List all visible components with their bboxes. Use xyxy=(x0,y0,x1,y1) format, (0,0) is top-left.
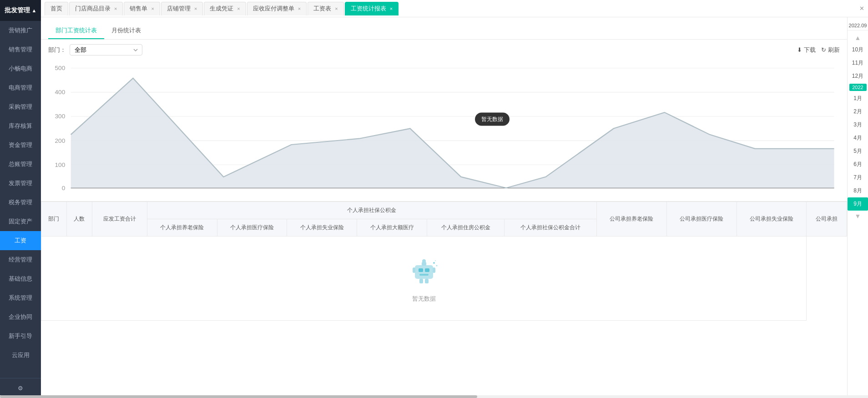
download-button[interactable]: ⬇ 下载 xyxy=(797,46,816,54)
close-all-tabs[interactable]: ✕ xyxy=(859,5,864,12)
sidebar-header[interactable]: 批发管理 ▲ xyxy=(0,0,41,21)
sidebar-item-小畅电商[interactable]: 小畅电商 xyxy=(0,59,41,78)
sidebar-item-资金管理[interactable]: 资金管理 xyxy=(0,136,41,155)
settings-icon: ⚙ xyxy=(18,385,23,392)
col-company-medical: 公司承担医疗保险 xyxy=(666,202,737,237)
month-7[interactable]: 7月 xyxy=(848,171,868,184)
scrollbar-thumb[interactable] xyxy=(41,395,477,398)
col-company-pension: 公司承担养老保险 xyxy=(596,202,666,237)
svg-text:400: 400 xyxy=(55,89,65,96)
sidebar-item-工资[interactable]: 工资 xyxy=(0,231,41,250)
tab-close-工资表[interactable]: × xyxy=(335,6,338,11)
dept-select[interactable]: 全部 xyxy=(70,44,142,55)
refresh-icon: ↻ xyxy=(821,46,826,53)
svg-rect-18 xyxy=(433,267,435,273)
svg-rect-13 xyxy=(415,265,433,279)
empty-state: 暂无数据 xyxy=(45,240,802,317)
dept-filter: 部门： 全部 xyxy=(48,44,142,55)
sidebar-item-基础信息[interactable]: 基础信息 xyxy=(0,269,41,288)
sidebar-item-云应用[interactable]: 云应用 xyxy=(0,346,41,365)
svg-marker-12 xyxy=(71,78,834,188)
col-dept: 部门 xyxy=(41,202,67,237)
col-group-personal: 个人承担社保公积金 xyxy=(147,202,596,219)
month-11[interactable]: 11月 xyxy=(848,56,868,70)
tab-bar: 首页门店商品目录×销售单×店铺管理×生成凭证×应收应付调整单×工资表×工资统计报… xyxy=(41,0,868,17)
svg-rect-17 xyxy=(413,267,415,273)
sidebar-item-电商管理[interactable]: 电商管理 xyxy=(0,78,41,97)
svg-text:0: 0 xyxy=(62,185,66,191)
month-9[interactable]: 9月 xyxy=(848,197,868,211)
download-icon: ⬇ xyxy=(797,46,802,53)
svg-point-22 xyxy=(422,259,426,263)
tab-工资统计报表[interactable]: 工资统计报表× xyxy=(345,2,399,15)
date-nav-down[interactable]: ▼ xyxy=(853,211,863,222)
sidebar-item-企业协同[interactable]: 企业协同 xyxy=(0,307,41,327)
year-badge-2022[interactable]: 2022 xyxy=(849,84,867,91)
sidebar-item-发票管理[interactable]: 发票管理 xyxy=(0,174,41,193)
sidebar-item-税务管理[interactable]: 税务管理 xyxy=(0,193,41,212)
col-personal-medical: 个人承担医疗保险 xyxy=(217,219,287,237)
sidebar-item-营销推广[interactable]: 营销推广 xyxy=(0,21,41,40)
month-4[interactable]: 4月 xyxy=(848,131,868,145)
tab-工资表[interactable]: 工资表× xyxy=(308,2,343,15)
no-data-tooltip: 暂无数据 xyxy=(475,113,510,126)
inner-tab-bar: 部门工资统计表 月份统计表 xyxy=(41,17,847,40)
sidebar-item-库存核算[interactable]: 库存核算 xyxy=(0,116,41,136)
svg-point-23 xyxy=(433,262,435,264)
date-title: 2022.09 xyxy=(848,21,868,30)
svg-text:100: 100 xyxy=(55,161,65,168)
sidebar-item-采购管理[interactable]: 采购管理 xyxy=(0,97,41,116)
tab-month-stats[interactable]: 月份统计表 xyxy=(104,23,148,39)
col-personal-serious-illness: 个人承担大额医疗 xyxy=(357,219,427,237)
tab-close-门店商品目录[interactable]: × xyxy=(114,6,117,11)
tab-dept-stats[interactable]: 部门工资统计表 xyxy=(48,23,104,39)
tab-门店商品目录[interactable]: 门店商品目录× xyxy=(69,2,123,15)
tab-close-销售单[interactable]: × xyxy=(151,6,154,11)
close-all-icon: ✕ xyxy=(859,5,864,12)
month-5[interactable]: 5月 xyxy=(848,145,868,158)
col-personal-housing: 个人承担住房公积金 xyxy=(427,219,504,237)
tab-close-应收应付调整单[interactable]: × xyxy=(298,6,301,11)
month-3[interactable]: 3月 xyxy=(848,118,868,131)
empty-text: 暂无数据 xyxy=(412,295,436,303)
month-6[interactable]: 6月 xyxy=(848,158,868,171)
tab-close-生成凭证[interactable]: × xyxy=(237,6,240,11)
tab-首页[interactable]: 首页 xyxy=(45,2,68,15)
table-wrapper[interactable]: 部门 人数 应发工资合计 个人承担社保公积金 公司承担养老保险 公司承担医疗保险… xyxy=(41,201,847,398)
month-8[interactable]: 8月 xyxy=(848,184,868,197)
svg-rect-20 xyxy=(425,279,429,283)
scrollbar-track[interactable] xyxy=(41,395,847,398)
col-headcount: 人数 xyxy=(66,202,92,237)
main-area: 首页门店商品目录×销售单×店铺管理×生成凭证×应收应付调整单×工资表×工资统计报… xyxy=(41,0,868,398)
right-date-sidebar: 2022.09 ▲ 10月 11月 12月 2022 1月 2月 3月 4月 5… xyxy=(847,17,868,398)
date-nav-up[interactable]: ▲ xyxy=(853,32,863,43)
svg-rect-14 xyxy=(419,268,423,272)
toolbar-actions: ⬇ 下载 ↻ 刷新 xyxy=(797,46,840,54)
sidebar: 批发管理 ▲ 营销推广销售管理小畅电商电商管理采购管理库存核算资金管理总账管理发… xyxy=(0,0,41,398)
sidebar-item-系统管理[interactable]: 系统管理 xyxy=(0,288,41,307)
sidebar-item-经营管理[interactable]: 经营管理 xyxy=(0,250,41,269)
sidebar-item-销售管理[interactable]: 销售管理 xyxy=(0,40,41,59)
sidebar-item-新手引导[interactable]: 新手引导 xyxy=(0,327,41,346)
tab-生成凭证[interactable]: 生成凭证× xyxy=(204,2,246,15)
sidebar-item-总账管理[interactable]: 总账管理 xyxy=(0,155,41,174)
chart-svg: 500 400 300 200 100 0 xyxy=(48,60,840,201)
col-personal-unemployment: 个人承担失业保险 xyxy=(287,219,357,237)
tab-店铺管理[interactable]: 店铺管理× xyxy=(161,2,203,15)
tab-销售单[interactable]: 销售单× xyxy=(124,2,160,15)
col-company-unemployment: 公司承担失业保险 xyxy=(737,202,807,237)
sidebar-item-固定资产[interactable]: 固定资产 xyxy=(0,212,41,231)
col-personal-pension: 个人承担养老保险 xyxy=(147,219,217,237)
tab-close-工资统计报表[interactable]: × xyxy=(390,6,393,11)
sidebar-toggle-icon: ▲ xyxy=(32,8,37,13)
svg-rect-16 xyxy=(419,274,429,276)
tab-close-店铺管理[interactable]: × xyxy=(194,6,197,11)
refresh-button[interactable]: ↻ 刷新 xyxy=(821,46,840,54)
col-personal-total: 个人承担社保公积金合计 xyxy=(505,219,597,237)
month-10[interactable]: 10月 xyxy=(848,43,868,56)
month-2[interactable]: 2月 xyxy=(848,105,868,118)
tab-应收应付调整单[interactable]: 应收应付调整单× xyxy=(247,2,307,15)
data-table: 部门 人数 应发工资合计 个人承担社保公积金 公司承担养老保险 公司承担医疗保险… xyxy=(41,202,847,321)
month-1[interactable]: 1月 xyxy=(848,92,868,105)
month-12[interactable]: 12月 xyxy=(848,70,868,83)
